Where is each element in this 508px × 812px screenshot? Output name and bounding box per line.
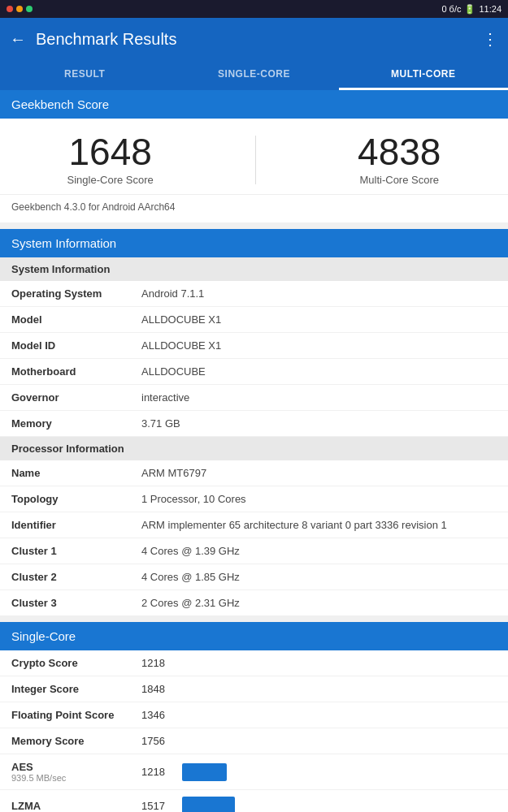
system-info-header: System Information — [0, 229, 508, 257]
info-key-model-id: Model ID — [11, 339, 141, 352]
time-display: 11:24 — [479, 4, 501, 14]
bench-bar-lzma-container — [182, 797, 497, 812]
bench-row-aes: AES 939.5 MB/sec 1218 — [0, 754, 508, 790]
info-val-model-id: ALLDOCUBE X1 — [141, 339, 497, 352]
info-val-cluster2: 4 Cores @ 1.85 GHz — [141, 571, 497, 583]
bench-bar-aes-container — [182, 763, 497, 781]
bench-score-floating: 1346 — [141, 709, 182, 721]
info-key-cluster3: Cluster 3 — [11, 597, 141, 609]
info-row-name: Name ARM MT6797 — [0, 460, 508, 486]
dot-yellow — [16, 6, 23, 12]
bench-row-floating: Floating Point Score 1346 — [0, 702, 508, 728]
geekbench-score-title: Geekbench Score — [11, 97, 109, 111]
bench-label-integer: Integer Score — [11, 683, 141, 695]
system-info-section: System Information System Information Op… — [0, 229, 508, 615]
multi-core-score-item: 4838 Multi-Core Score — [358, 133, 441, 186]
bench-sub-aes: 939.5 MB/sec — [11, 773, 141, 783]
info-key-name: Name — [11, 467, 141, 479]
network-speed: 0 б/с — [441, 4, 461, 14]
status-left — [7, 6, 33, 12]
info-val-governor: interactive — [141, 391, 497, 404]
score-divider — [255, 136, 256, 184]
bench-row-integer: Integer Score 1848 — [0, 676, 508, 702]
single-core-title: Single-Core — [11, 629, 76, 643]
bench-row-memory-score: Memory Score 1756 — [0, 728, 508, 754]
bench-label-memory: Memory Score — [11, 735, 141, 747]
info-val-name: ARM MT6797 — [141, 467, 497, 479]
bench-score-aes: 1218 — [141, 766, 182, 778]
info-key-cluster1: Cluster 1 — [11, 545, 141, 557]
bench-label-lzma: LZMA — [11, 800, 141, 812]
info-val-topology: 1 Processor, 10 Cores — [141, 493, 497, 505]
info-key-motherboard: Motherboard — [11, 365, 141, 378]
info-row-motherboard: Motherboard ALLDOCUBE — [0, 359, 508, 385]
info-row-model-id: Model ID ALLDOCUBE X1 — [0, 333, 508, 359]
info-val-motherboard: ALLDOCUBE — [141, 365, 497, 378]
single-core-section: Single-Core Crypto Score 1218 Integer Sc… — [0, 622, 508, 812]
tab-result[interactable]: RESULT — [0, 60, 169, 90]
bench-bar-aes — [182, 763, 227, 781]
info-row-model: Model ALLDOCUBE X1 — [0, 307, 508, 333]
info-key-topology: Topology — [11, 493, 141, 505]
bench-label-crypto: Crypto Score — [11, 657, 141, 669]
bench-row-crypto: Crypto Score 1218 — [0, 650, 508, 676]
info-key-cluster2: Cluster 2 — [11, 571, 141, 583]
bench-bar-lzma — [182, 797, 235, 812]
tab-multi-core[interactable]: MULTI-CORE — [339, 60, 508, 90]
score-row: 1648 Single-Core Score 4838 Multi-Core S… — [0, 119, 508, 194]
info-key-model: Model — [11, 313, 141, 326]
system-info-subheader: System Information — [0, 257, 508, 281]
geekbench-score-header: Geekbench Score — [0, 90, 508, 119]
status-right: 0 б/с 🔋 11:24 — [441, 4, 501, 15]
info-row-memory: Memory 3.71 GB — [0, 411, 508, 437]
info-val-cluster1: 4 Cores @ 1.39 GHz — [141, 545, 497, 557]
info-key-os: Operating System — [11, 287, 141, 300]
info-val-os: Android 7.1.1 — [141, 287, 497, 300]
bench-score-lzma: 1517 — [141, 800, 182, 812]
info-row-governor: Governor interactive — [0, 385, 508, 411]
info-val-model: ALLDOCUBE X1 — [141, 313, 497, 326]
info-key-memory: Memory — [11, 417, 141, 430]
info-key-governor: Governor — [11, 391, 141, 404]
more-icon[interactable]: ⋮ — [482, 29, 498, 49]
bench-label-floating: Floating Point Score — [11, 709, 141, 721]
single-core-header: Single-Core — [0, 622, 508, 650]
multi-core-label: Multi-Core Score — [358, 174, 441, 186]
multi-core-value: 4838 — [358, 133, 441, 171]
bench-score-integer: 1848 — [141, 683, 182, 695]
bench-row-lzma: LZMA 1517 — [0, 790, 508, 812]
info-val-identifier: ARM implementer 65 architecture 8 varian… — [141, 519, 497, 531]
tabs-bar: RESULT SINGLE-CORE MULTI-CORE — [0, 60, 508, 90]
bench-score-memory: 1756 — [141, 735, 182, 747]
single-core-label: Single-Core Score — [67, 174, 154, 186]
geekbench-score-section: Geekbench Score 1648 Single-Core Score 4… — [0, 90, 508, 222]
tab-single-core[interactable]: SINGLE-CORE — [169, 60, 338, 90]
info-row-cluster2: Cluster 2 4 Cores @ 1.85 GHz — [0, 564, 508, 590]
info-row-topology: Topology 1 Processor, 10 Cores — [0, 486, 508, 512]
info-key-identifier: Identifier — [11, 519, 141, 531]
page-title: Benchmark Results — [36, 30, 482, 49]
info-row-identifier: Identifier ARM implementer 65 architectu… — [0, 512, 508, 538]
battery-icon: 🔋 — [464, 4, 475, 15]
dot-red — [7, 6, 13, 12]
title-bar: ← Benchmark Results ⋮ — [0, 18, 508, 60]
dot-green — [26, 6, 33, 12]
score-footer: Geekbench 4.3.0 for Android AArch64 — [0, 194, 508, 222]
bench-label-aes: AES — [11, 761, 141, 773]
back-icon[interactable]: ← — [10, 30, 26, 49]
bench-score-crypto: 1218 — [141, 657, 182, 669]
info-val-cluster3: 2 Cores @ 2.31 GHz — [141, 597, 497, 609]
status-bar: 0 б/с 🔋 11:24 — [0, 0, 508, 18]
single-core-value: 1648 — [67, 133, 154, 171]
score-footer-text: Geekbench 4.3.0 for Android AArch64 — [11, 201, 175, 213]
system-info-title: System Information — [11, 236, 116, 250]
info-val-memory: 3.71 GB — [141, 417, 497, 430]
processor-info-subheader: Processor Information — [0, 437, 508, 460]
info-row-os: Operating System Android 7.1.1 — [0, 281, 508, 307]
single-core-score-item: 1648 Single-Core Score — [67, 133, 154, 186]
info-row-cluster1: Cluster 1 4 Cores @ 1.39 GHz — [0, 538, 508, 564]
info-row-cluster3: Cluster 3 2 Cores @ 2.31 GHz — [0, 590, 508, 615]
